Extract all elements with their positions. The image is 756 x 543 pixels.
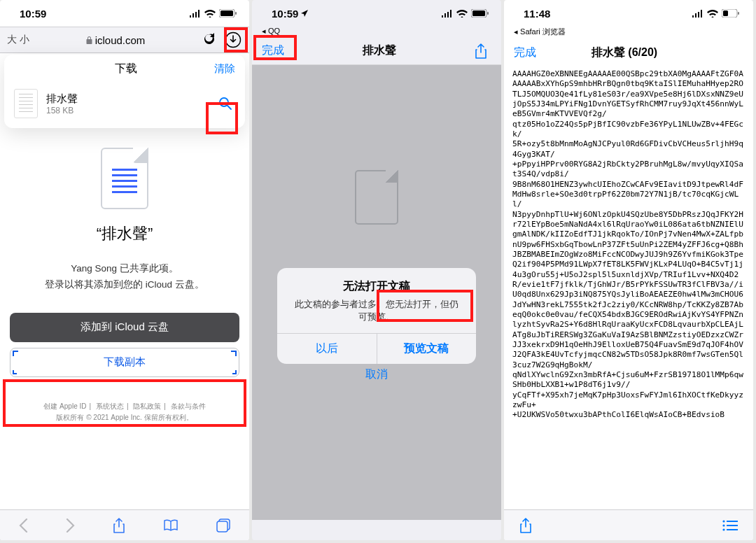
nav-bar: 完成 排水聲 (6/20)	[504, 38, 753, 66]
alert-message: 此文稿的参与者过多。您无法打开，但仍可预览。	[277, 295, 476, 333]
downloads-title: 下载	[38, 62, 214, 76]
svg-rect-8	[472, 10, 485, 16]
download-size: 158 KB	[46, 106, 207, 115]
alert-later-button[interactable]: 以后	[277, 334, 377, 364]
back-button	[19, 519, 28, 533]
svg-rect-2	[235, 12, 237, 15]
download-name: 排水聲	[46, 92, 207, 106]
svg-rect-14	[727, 521, 738, 522]
download-copy-label: 下载副本	[104, 355, 146, 369]
refresh-icon	[203, 33, 216, 47]
footer-link[interactable]: 创建 Apple ID	[43, 402, 86, 410]
wifi-icon	[707, 10, 718, 17]
svg-point-17	[722, 528, 724, 530]
download-circle-icon	[225, 31, 241, 48]
share-icon	[113, 518, 125, 533]
bookmarks-button[interactable]	[163, 519, 178, 532]
footer-link[interactable]: 条款与条件	[171, 402, 206, 410]
footer: 创建 Apple ID| 系统状态| 隐私政策| 条款与条件 版权所有 © 20…	[0, 401, 249, 423]
status-bar: 11:48	[504, 0, 753, 27]
cancel-link[interactable]: 取消	[252, 367, 501, 382]
location-icon	[301, 10, 308, 17]
file-thumb-icon	[14, 89, 38, 118]
share-button[interactable]	[475, 43, 491, 59]
downloads-button[interactable]	[224, 31, 242, 49]
forward-button	[66, 519, 75, 533]
footer-link[interactable]: 隐私政策	[133, 402, 161, 410]
list-button[interactable]	[722, 520, 738, 531]
svg-rect-16	[727, 525, 738, 526]
status-bar: 10:59	[0, 0, 249, 27]
back-app-label: QQ	[268, 27, 280, 35]
clear-button[interactable]: 清除	[214, 62, 235, 76]
safari-toolbar	[0, 509, 249, 540]
svg-rect-9	[487, 12, 489, 15]
document-icon	[101, 148, 148, 209]
battery-icon	[471, 9, 489, 17]
share-button[interactable]	[519, 518, 532, 533]
bottom-toolbar	[504, 509, 753, 540]
signal-icon	[692, 10, 704, 17]
status-time: 10:59	[20, 8, 46, 20]
status-time: 10:59	[272, 8, 298, 20]
screen-2-pages-preview: 10:59 ◂ QQ 完成 排水聲 无法打开文稿 此文稿的参与者过多。您无法打开…	[252, 0, 501, 540]
text-content: AAAAHGZ0eXBNNEEgAAAAAE00QSBpc29tbXA0MgAA…	[504, 66, 753, 510]
screen-1-safari-icloud: 10:59 大 小 icloud.com 下载 清除 排水聲	[0, 0, 249, 540]
back-app-label: Safari 浏览器	[520, 27, 566, 36]
url-text: icloud.com	[95, 34, 146, 46]
download-item[interactable]: 排水聲 158 KB	[14, 83, 235, 124]
status-indicators	[441, 9, 489, 17]
signal-icon	[441, 10, 453, 17]
text-size-control[interactable]: 大 小	[7, 34, 31, 46]
footer-link[interactable]: 系统状态	[96, 402, 124, 410]
downloads-panel: 下载 清除 排水聲 158 KB	[4, 55, 245, 128]
wifi-icon	[204, 10, 216, 17]
share-text: Yang Song 已共享此项。 登录以将其添加到您的 iCloud 云盘。	[0, 261, 249, 293]
tabs-icon	[216, 519, 230, 533]
wifi-icon	[456, 10, 468, 17]
nav-title: 排水聲 (6/20)	[505, 45, 743, 60]
back-to-app[interactable]: ◂ Safari 浏览器	[504, 27, 753, 38]
alert-preview-button[interactable]: 预览文稿	[377, 334, 477, 364]
battery-icon	[722, 9, 741, 17]
alert-title: 无法打开文稿	[277, 268, 476, 295]
status-indicators	[189, 9, 237, 17]
svg-rect-11	[723, 10, 728, 16]
tabs-button[interactable]	[216, 519, 230, 533]
refresh-button[interactable]	[200, 31, 218, 49]
back-to-app[interactable]: ◂ QQ	[252, 27, 501, 37]
svg-point-15	[722, 524, 724, 526]
share-line-2: 登录以将其添加到您的 iCloud 云盘。	[20, 277, 230, 293]
share-button[interactable]	[113, 518, 125, 533]
nav-bar: 完成 排水聲	[252, 37, 501, 65]
status-bar: 10:59	[252, 0, 501, 27]
reveal-button[interactable]	[216, 94, 235, 113]
url-bar: 大 小 icloud.com	[0, 27, 249, 53]
alert-dialog: 无法打开文稿 此文稿的参与者过多。您无法打开，但仍可预览。 以后 预览文稿	[277, 268, 476, 364]
doc-title: “排水聲”	[0, 223, 249, 244]
svg-rect-6	[217, 521, 227, 532]
svg-rect-18	[727, 529, 738, 530]
battery-icon	[219, 9, 237, 17]
search-icon	[218, 97, 232, 111]
svg-point-4	[220, 98, 228, 106]
screen-3-text-viewer: 11:48 ◂ Safari 浏览器 完成 排水聲 (6/20) AAAAHGZ…	[504, 0, 753, 540]
svg-rect-1	[220, 10, 233, 16]
share-line-1: Yang Song 已共享此项。	[20, 261, 230, 277]
status-indicators	[692, 9, 741, 17]
share-icon	[475, 43, 487, 59]
svg-rect-12	[738, 12, 739, 15]
copyright: 版权所有 © 2021 Apple Inc. 保留所有权利。	[0, 412, 249, 423]
download-copy-button[interactable]: 下载副本	[10, 348, 239, 377]
svg-point-13	[722, 520, 724, 522]
status-time: 11:48	[524, 8, 550, 20]
list-icon	[722, 520, 738, 531]
lock-icon	[86, 36, 92, 44]
share-icon	[519, 518, 532, 533]
signal-icon	[189, 10, 201, 17]
url-field[interactable]: icloud.com	[36, 34, 195, 46]
add-to-icloud-button[interactable]: 添加到 iCloud 云盘	[10, 313, 239, 342]
book-icon	[163, 519, 178, 532]
nav-title: 排水聲	[284, 43, 475, 58]
done-button[interactable]: 完成	[262, 43, 284, 58]
